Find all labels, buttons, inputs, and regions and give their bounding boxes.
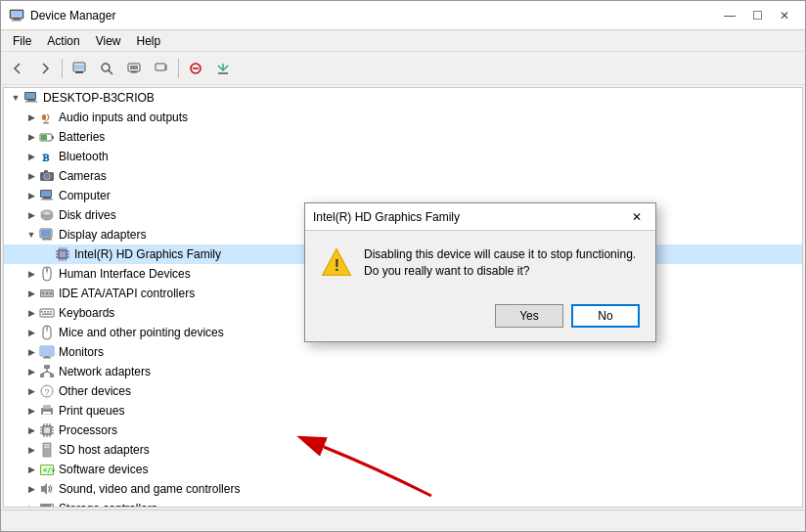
maximize-button[interactable]: ☐ (744, 6, 770, 25)
tree-item-bluetooth[interactable]: ▶ ʙ Bluetooth (4, 147, 802, 166)
keyboards-expander[interactable]: ▶ (23, 305, 39, 321)
processors-expander[interactable]: ▶ (23, 422, 39, 438)
batteries-expander[interactable]: ▶ (23, 129, 39, 145)
tree-item-monitors[interactable]: ▶ Monitors (4, 342, 802, 362)
menu-file[interactable]: File (5, 32, 39, 50)
status-bar (1, 510, 805, 531)
network-expander[interactable]: ▶ (23, 364, 39, 379)
diskdrives-label: Disk drives (59, 208, 116, 222)
update-driver-button[interactable] (121, 56, 147, 81)
svg-rect-3 (12, 20, 22, 22)
print-expander[interactable]: ▶ (23, 403, 39, 419)
ide-expander[interactable]: ▶ (23, 286, 39, 301)
dialog-close-button[interactable]: ✕ (626, 208, 648, 226)
tree-item-print[interactable]: ▶ Print queues (4, 401, 802, 421)
ide-label: IDE ATA/ATAPI controllers (59, 287, 195, 300)
root-expander[interactable]: ▼ (8, 90, 23, 106)
back-button[interactable] (5, 56, 30, 81)
tree-item-network[interactable]: ▶ Network adapters (4, 362, 802, 381)
svg-rect-79 (44, 365, 50, 369)
forward-button[interactable] (32, 56, 58, 81)
displayadapters-label: Display adapters (59, 228, 146, 242)
svg-text:ʙ: ʙ (42, 150, 50, 164)
software-expander[interactable]: ▶ (23, 462, 39, 477)
svg-rect-36 (41, 191, 51, 197)
tree-item-other[interactable]: ▶ ? Other devices (4, 381, 802, 401)
tree-item-processors[interactable]: ▶ (4, 421, 802, 440)
svg-marker-112 (41, 483, 47, 495)
bluetooth-label: Bluetooth (59, 150, 109, 163)
display-devices-button[interactable] (149, 56, 174, 81)
mice-expander[interactable]: ▶ (23, 325, 39, 340)
tree-item-batteries[interactable]: ▶ Batteries (4, 127, 802, 147)
svg-rect-47 (60, 251, 66, 257)
tree-root[interactable]: ▼ DESKTOP-B3CRIOB (4, 88, 802, 108)
toolbar-separator-1 (62, 59, 63, 78)
camera-icon (39, 168, 55, 184)
computer-icon (23, 90, 39, 106)
svg-rect-11 (130, 66, 138, 69)
network-icon (39, 364, 55, 379)
print-label: Print queues (59, 404, 124, 418)
bluetooth-expander[interactable]: ▶ (23, 149, 39, 164)
menu-action[interactable]: Action (39, 32, 87, 50)
tree-item-sdhost[interactable]: ▶ SD host adapters (4, 440, 802, 460)
svg-point-65 (46, 292, 48, 294)
menu-help[interactable]: Help (129, 32, 169, 50)
audio-expander[interactable]: ▶ (23, 110, 39, 125)
displayadapters-expander[interactable]: ▼ (23, 227, 39, 243)
sdhost-label: SD host adapters (59, 443, 150, 457)
close-button[interactable]: ✕ (772, 6, 797, 25)
sound-icon (39, 481, 55, 497)
svg-point-7 (102, 64, 110, 71)
other-expander[interactable]: ▶ (23, 383, 39, 399)
tree-item-audio[interactable]: ▶ Audio inputs and outputs (4, 108, 802, 127)
software-label: Software devices (59, 463, 148, 476)
storage-expander[interactable]: ▶ (23, 501, 39, 508)
yes-button[interactable]: Yes (495, 304, 563, 328)
hid-expander[interactable]: ▶ (23, 266, 39, 282)
svg-rect-10 (131, 71, 137, 73)
disable-button[interactable] (183, 56, 208, 81)
batteries-label: Batteries (59, 130, 105, 144)
tree-item-storage[interactable]: ▶ Storage controllers (4, 499, 802, 508)
mice-label: Mice and other pointing devices (59, 326, 224, 339)
svg-point-66 (50, 292, 52, 294)
monitors-expander[interactable]: ▶ (23, 344, 39, 360)
diskdrives-expander[interactable]: ▶ (23, 207, 39, 223)
disk-icon (39, 207, 55, 223)
scan-button[interactable] (94, 56, 119, 81)
menu-bar: File Action View Help (1, 30, 805, 52)
tree-item-cameras[interactable]: ▶ Cameras (4, 166, 802, 186)
root-label: DESKTOP-B3CRIOB (43, 91, 155, 105)
audio-icon (39, 110, 55, 125)
tree-item-sound[interactable]: ▶ Sound, video and game controllers (4, 479, 802, 499)
svg-rect-22 (27, 100, 35, 101)
toolbar (1, 52, 805, 85)
app-icon (9, 8, 24, 23)
toolbar-separator-2 (178, 59, 179, 78)
software-icon: </> (39, 462, 55, 477)
processors-label: Processors (59, 423, 117, 437)
keyboards-label: Keyboards (59, 306, 114, 320)
svg-rect-44 (43, 238, 51, 239)
svg-rect-45 (42, 239, 52, 241)
cameras-expander[interactable]: ▶ (23, 168, 39, 184)
svg-rect-72 (42, 314, 52, 316)
svg-rect-74 (46, 327, 48, 330)
cameras-label: Cameras (59, 169, 107, 183)
sound-expander[interactable]: ▶ (23, 481, 39, 497)
computer-label: Computer (59, 189, 111, 202)
uninstall-button[interactable] (210, 56, 236, 81)
properties-button[interactable] (67, 56, 92, 81)
sound-label: Sound, video and game controllers (59, 482, 240, 496)
tree-item-software[interactable]: ▶ </> Software devices (4, 460, 802, 479)
menu-view[interactable]: View (88, 32, 129, 50)
sdhost-expander[interactable]: ▶ (23, 442, 39, 458)
no-button[interactable]: No (571, 304, 640, 328)
mouse-icon (39, 325, 55, 340)
computer-expander[interactable]: ▶ (23, 188, 39, 203)
svg-rect-70 (47, 311, 49, 313)
minimize-button[interactable]: — (717, 6, 742, 25)
chip-icon (55, 246, 70, 262)
